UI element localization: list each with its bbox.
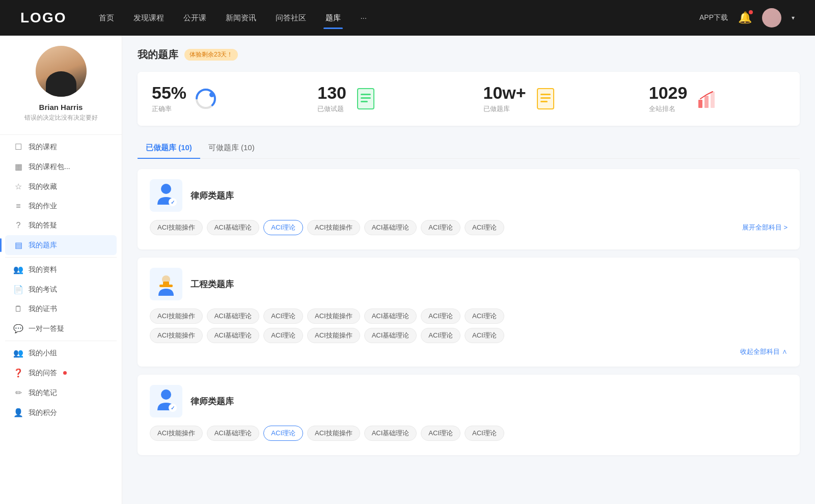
svg-rect-5 — [361, 94, 371, 95]
tag-2-0-1[interactable]: ACI基础理论 — [207, 309, 260, 324]
tag-2-0-4[interactable]: ACI基础理论 — [364, 309, 417, 324]
tag-2-1-6[interactable]: ACI理论 — [465, 328, 504, 343]
tab-done-banks[interactable]: 已做题库 (10) — [138, 138, 200, 159]
nav-item-qbank[interactable]: 题库 — [323, 9, 343, 27]
sidebar-item-exam[interactable]: 📄 我的考试 — [5, 279, 117, 299]
avatar-image — [762, 8, 781, 27]
tag-1-0-2-active[interactable]: ACI理论 — [263, 220, 303, 235]
tag-3-0-3[interactable]: ACI技能操作 — [307, 426, 360, 441]
course-package-icon: ▦ — [13, 162, 23, 172]
page-title-row: 我的题库 体验剩余23天！ — [138, 48, 800, 62]
sidebar-item-my-qa[interactable]: ❓ 我的问答 — [5, 363, 117, 383]
tag-2-0-0[interactable]: ACI技能操作 — [150, 309, 203, 324]
tags-section-2: ACI技能操作 ACI基础理论 ACI理论 ACI技能操作 ACI基础理论 AC… — [150, 309, 787, 356]
notes-icon: ✏ — [13, 388, 23, 398]
doc-yellow-icon — [535, 88, 556, 110]
nav-item-discover[interactable]: 发现课程 — [131, 9, 166, 27]
tag-2-1-2[interactable]: ACI理论 — [263, 328, 303, 343]
tag-1-0-5[interactable]: ACI理论 — [421, 220, 460, 235]
svg-point-2 — [209, 92, 214, 97]
collapse-link-2[interactable]: 收起全部科目 ∧ — [150, 347, 787, 356]
tag-3-0-1[interactable]: ACI基础理论 — [207, 426, 260, 441]
sidebar-item-my-courses[interactable]: ☐ 我的课程 — [5, 137, 117, 157]
main-layout: Brian Harris 错误的决定比没有决定要好 ☐ 我的课程 ▦ 我的课程包… — [0, 36, 815, 504]
stats-row: 55% 正确率 130 已做试题 — [138, 72, 800, 126]
tag-1-0-6[interactable]: ACI理论 — [465, 220, 504, 235]
sidebar-item-favorites[interactable]: ☆ 我的收藏 — [5, 177, 117, 197]
qbank-card-lawyer-1: ✓ 律师类题库 ACI技能操作 ACI基础理论 ACI理论 ACI技能操作 AC… — [138, 169, 800, 249]
tag-2-0-2[interactable]: ACI理论 — [263, 309, 303, 324]
chart-red-icon — [695, 88, 718, 110]
tag-1-0-3[interactable]: ACI技能操作 — [307, 220, 360, 235]
sidebar-item-profile[interactable]: 👥 我的资料 — [5, 260, 117, 279]
user-avatar[interactable] — [762, 8, 781, 27]
stat-banks-value: 10w+ — [483, 84, 526, 101]
my-qa-icon: ❓ — [13, 368, 23, 378]
tab-available-banks[interactable]: 可做题库 (10) — [200, 138, 263, 159]
tag-3-0-2-active[interactable]: ACI理论 — [263, 426, 303, 441]
tag-2-1-3[interactable]: ACI技能操作 — [307, 328, 360, 343]
oneone-label: 一对一答疑 — [29, 324, 64, 333]
sidebar-item-notes[interactable]: ✏ 我的笔记 — [5, 383, 117, 403]
tag-1-0-1[interactable]: ACI基础理论 — [207, 220, 260, 235]
nav-item-more[interactable]: ··· — [358, 9, 369, 27]
sidebar-item-cert[interactable]: 🗒 我的证书 — [5, 299, 117, 319]
tag-3-0-5[interactable]: ACI理论 — [421, 426, 460, 441]
tags-section-3: ACI技能操作 ACI基础理论 ACI理论 ACI技能操作 ACI基础理论 AC… — [150, 426, 787, 441]
user-menu-chevron[interactable]: ▾ — [792, 14, 795, 21]
page-title: 我的题库 — [138, 48, 178, 62]
qbank-card-header-3: ✓ 律师类题库 — [150, 385, 787, 417]
nav-item-news[interactable]: 新闻资讯 — [224, 9, 258, 27]
cert-icon: 🗒 — [13, 304, 23, 314]
tag-2-1-4[interactable]: ACI基础理论 — [364, 328, 417, 343]
sidebar-item-group[interactable]: 👥 我的小组 — [5, 343, 117, 363]
tag-1-0-0[interactable]: ACI技能操作 — [150, 220, 203, 235]
sidebar-item-qbank[interactable]: ▤ 我的题库 — [5, 235, 117, 255]
questions-label: 我的答疑 — [29, 221, 57, 230]
tag-3-0-4[interactable]: ACI基础理论 — [364, 426, 417, 441]
sidebar-item-homework[interactable]: ≡ 我的作业 — [5, 197, 117, 216]
notification-bell[interactable]: 🔔 — [738, 11, 752, 24]
app-download-button[interactable]: APP下载 — [699, 13, 728, 22]
accuracy-icon — [195, 88, 217, 110]
stat-questions-text: 130 已做试题 — [317, 84, 346, 114]
nav-item-home[interactable]: 首页 — [97, 9, 116, 27]
stat-accuracy-label: 正确率 — [152, 104, 186, 114]
tag-2-0-5[interactable]: ACI理论 — [421, 309, 460, 324]
lawyer-person-svg-2: ✓ — [153, 387, 179, 415]
sidebar-item-course-package[interactable]: ▦ 我的课程包... — [5, 157, 117, 177]
logo[interactable]: LOGO — [20, 10, 66, 26]
exam-label: 我的考试 — [29, 285, 57, 294]
svg-rect-7 — [361, 101, 368, 102]
tag-2-1-5[interactable]: ACI理论 — [421, 328, 460, 343]
sidebar-item-questions[interactable]: ? 我的答疑 — [5, 216, 117, 235]
svg-rect-13 — [698, 100, 702, 108]
sidebar-item-points[interactable]: 👤 我的积分 — [5, 403, 117, 423]
circle-chart-icon — [195, 88, 217, 110]
stat-questions-done: 130 已做试题 — [303, 72, 468, 126]
svg-text:✓: ✓ — [171, 200, 175, 205]
homework-icon: ≡ — [13, 202, 23, 211]
nav-item-qa[interactable]: 问答社区 — [274, 9, 308, 27]
my-qa-label: 我的问答 — [29, 369, 57, 378]
tag-3-0-0[interactable]: ACI技能操作 — [150, 426, 203, 441]
sidebar: Brian Harris 错误的决定比没有决定要好 ☐ 我的课程 ▦ 我的课程包… — [0, 36, 122, 504]
sidebar-divider-top — [0, 134, 122, 135]
qa-notification-dot — [63, 371, 67, 375]
nav-item-open[interactable]: 公开课 — [181, 9, 208, 27]
questions-done-icon — [355, 88, 377, 110]
tag-2-1-0[interactable]: ACI技能操作 — [150, 328, 203, 343]
doc-green-icon — [356, 88, 376, 110]
sidebar-motto: 错误的决定比没有决定要好 — [16, 114, 106, 122]
tag-1-0-4[interactable]: ACI基础理论 — [364, 220, 417, 235]
profile-label: 我的资料 — [29, 265, 57, 274]
expand-link-1[interactable]: 展开全部科目 > — [742, 223, 787, 232]
exam-icon: 📄 — [13, 285, 23, 294]
nav-right: APP下载 🔔 ▾ — [699, 8, 795, 27]
tabs-row: 已做题库 (10) 可做题库 (10) — [138, 138, 800, 159]
tag-2-1-1[interactable]: ACI基础理论 — [207, 328, 260, 343]
sidebar-item-oneone[interactable]: 💬 一对一答疑 — [5, 319, 117, 339]
tag-2-0-6[interactable]: ACI理论 — [465, 309, 504, 324]
tag-2-0-3[interactable]: ACI技能操作 — [307, 309, 360, 324]
tag-3-0-6[interactable]: ACI理论 — [465, 426, 504, 441]
